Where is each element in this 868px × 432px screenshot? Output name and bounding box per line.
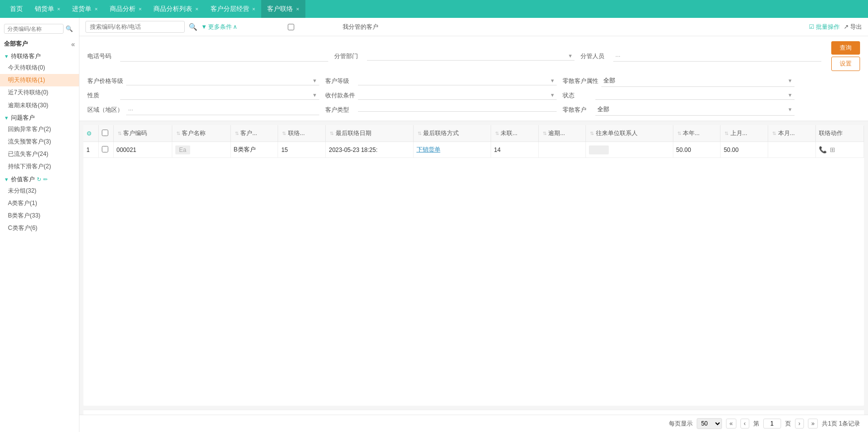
pending-contact-group[interactable]: ▼ 待联络客户: [0, 50, 79, 62]
col-last-contact-date[interactable]: ⇅ 最后联络日期: [326, 125, 413, 142]
filter-btn[interactable]: ▼ 更多条件 ∧: [201, 23, 237, 31]
close-product-analysis-list-tab[interactable]: ×: [195, 6, 198, 12]
nav-item-product-analysis-list[interactable]: 商品分析列表 ×: [147, 0, 204, 18]
page-number-input[interactable]: [763, 419, 781, 429]
close-purchase-tab[interactable]: ×: [94, 6, 97, 12]
filter-field-payment: 收付款条件 ▼: [325, 91, 557, 100]
grid-action-icon[interactable]: ⊞: [830, 146, 835, 153]
select-all-checkbox[interactable]: [102, 130, 108, 136]
sidebar-item-7days-contact[interactable]: 近7天待联络(0): [0, 86, 79, 99]
cell-uncontacted: 14: [491, 142, 538, 158]
cell-last-contact-method[interactable]: 下销货单: [413, 142, 491, 158]
contact-method-link[interactable]: 下销货单: [417, 146, 440, 153]
nav-item-customer-contact[interactable]: 客户联络 ×: [261, 0, 305, 18]
filter-dept-select[interactable]: ▼: [367, 52, 575, 61]
filter-panel: 电话号码 分管部门 ▼ 分管人员 ···: [79, 36, 868, 121]
col-this-month[interactable]: ⇅ 本月...: [768, 125, 816, 142]
close-sales-tab[interactable]: ×: [57, 6, 60, 12]
search-input[interactable]: [85, 21, 185, 33]
query-btn[interactable]: 查询: [831, 41, 860, 55]
sidebar-item-class-b[interactable]: B类客户(33): [0, 210, 79, 222]
nav-item-home[interactable]: 首页: [4, 0, 29, 18]
table-settings-icon[interactable]: ⚙: [86, 130, 92, 137]
filter-manager-select[interactable]: ···: [613, 51, 821, 62]
region-dots-icon[interactable]: ···: [128, 106, 133, 113]
table-container: ⚙ ⇅ 客户编码 ⇅ 客户名称: [83, 125, 864, 406]
col-type[interactable]: ⇅ 客户...: [230, 125, 278, 142]
phone-action-icon[interactable]: 📞: [819, 146, 827, 153]
filter-field-manager: 分管人员 ···: [580, 51, 821, 62]
col-name[interactable]: ⇅ 客户名称: [172, 125, 230, 142]
sidebar-item-class-c[interactable]: C类客户(6): [0, 222, 79, 234]
sidebar-item-overdue-contact[interactable]: 逾期未联络(30): [0, 99, 79, 112]
sidebar-item-today-contact[interactable]: 今天待联络(0): [0, 62, 79, 74]
col-contact-person[interactable]: ⇅ 往来单位联系人: [586, 125, 673, 142]
sidebar-item-class-a[interactable]: A类客户(1): [0, 197, 79, 210]
filter-status-select[interactable]: ▼: [595, 91, 795, 100]
filter-retail-attr-select[interactable]: 全部 ▼: [601, 75, 795, 87]
filter-arrow-icon: ∧: [233, 23, 237, 30]
close-customer-segment-tab[interactable]: ×: [252, 6, 255, 12]
manager-dots-icon[interactable]: ···: [615, 53, 620, 60]
collapse-sidebar-icon[interactable]: «: [71, 40, 75, 48]
set-btn[interactable]: 设置: [831, 57, 860, 71]
col-contact-count[interactable]: ⇅ 联络...: [278, 125, 326, 142]
prev-page-btn[interactable]: ‹: [740, 419, 749, 429]
toolbar: 🔍 ▼ 更多条件 ∧ 我分管的客户 ☑ 批量操作 ↗ 导出: [79, 18, 868, 36]
my-customers-checkbox[interactable]: [241, 24, 341, 30]
sidebar-item-tomorrow-contact[interactable]: 明天待联络(1): [0, 74, 79, 86]
filter-payment-select[interactable]: ▼: [358, 91, 557, 100]
batch-op-btn[interactable]: ☑ 批量操作: [809, 23, 840, 31]
col-this-year[interactable]: ⇅ 本年...: [673, 125, 721, 142]
col-last-month[interactable]: ⇅ 上月...: [721, 125, 768, 142]
close-product-analysis-tab[interactable]: ×: [139, 6, 142, 12]
last-page-btn[interactable]: »: [808, 419, 818, 429]
filter-price-level-select[interactable]: ▼: [126, 76, 319, 85]
col-last-contact-method[interactable]: ⇅ 最后联络方式: [413, 125, 491, 142]
col-overdue[interactable]: ⇅ 逾期...: [538, 125, 586, 142]
table-row: 1 000021 Ea B类客户 15 2023-05-23 18:25: 下销…: [83, 142, 864, 158]
customer-table: ⚙ ⇅ 客户编码 ⇅ 客户名称: [83, 125, 864, 158]
cell-type: B类客户: [230, 142, 278, 158]
search-icon[interactable]: 🔍: [189, 23, 197, 31]
nav-item-purchase[interactable]: 进货单 ×: [66, 0, 103, 18]
col-name-sort-icon: ⇅: [176, 131, 180, 136]
filter-field-price-level: 客户价格等级 ▼: [87, 76, 319, 85]
problem-customers-group[interactable]: ▼ 问题客户: [0, 112, 79, 123]
filter-phone-input[interactable]: [120, 51, 328, 62]
nav-item-product-analysis[interactable]: 商品分析 ×: [104, 0, 147, 18]
col-uncontacted[interactable]: ⇅ 未联...: [491, 125, 538, 142]
sidebar-item-churned[interactable]: 已流失客户(24): [0, 148, 79, 160]
filter-customer-level-select[interactable]: ▼: [358, 76, 557, 85]
filter-retail-customer-select[interactable]: 全部 ▼: [595, 104, 795, 116]
sidebar-item-repurchase-abnormal[interactable]: 回购异常客户(2): [0, 123, 79, 136]
filter-field-status: 状态 ▼: [563, 91, 795, 100]
refresh-value-icon[interactable]: ↻: [37, 176, 41, 183]
filter-actions: 查询 设置: [831, 41, 860, 71]
export-btn[interactable]: ↗ 导出: [844, 23, 862, 31]
export-icon: ↗: [844, 23, 849, 30]
filter-region-select[interactable]: ···: [126, 105, 319, 115]
sidebar-search-icon[interactable]: 🔍: [66, 25, 73, 32]
cell-this-month: [768, 142, 816, 158]
filter-field-phone: 电话号码: [87, 51, 328, 62]
col-code[interactable]: ⇅ 客户编码: [113, 125, 172, 142]
nav-item-sales[interactable]: 销货单 ×: [29, 0, 66, 18]
sidebar-item-churn-warning[interactable]: 流失预警客户(3): [0, 136, 79, 148]
edit-value-icon[interactable]: ✏: [43, 176, 48, 183]
nav-item-customer-segment[interactable]: 客户分层经营 ×: [205, 0, 261, 18]
value-customers-group[interactable]: ▼ 价值客户 ↻ ✏: [0, 173, 79, 185]
close-customer-contact-tab[interactable]: ×: [296, 6, 299, 12]
filter-gender-select[interactable]: ▼: [120, 91, 319, 100]
first-page-btn[interactable]: «: [726, 419, 736, 429]
sidebar-search-input[interactable]: [4, 24, 64, 34]
filter-customer-type-select[interactable]: [358, 108, 557, 112]
per-page-select[interactable]: 50 100 200: [697, 418, 722, 429]
cell-actions: 📞 ⊞: [816, 142, 864, 158]
sidebar-item-declining[interactable]: 持续下滑客户(2): [0, 160, 79, 173]
row-checkbox[interactable]: [102, 146, 108, 152]
pagination: 每页显示 50 100 200 « ‹ 第 页 › » 共1页 1条记录: [79, 415, 868, 432]
next-page-btn[interactable]: ›: [795, 419, 804, 429]
horizontal-scrollbar[interactable]: [83, 410, 864, 415]
sidebar-item-ungrouped[interactable]: 未分组(32): [0, 185, 79, 197]
